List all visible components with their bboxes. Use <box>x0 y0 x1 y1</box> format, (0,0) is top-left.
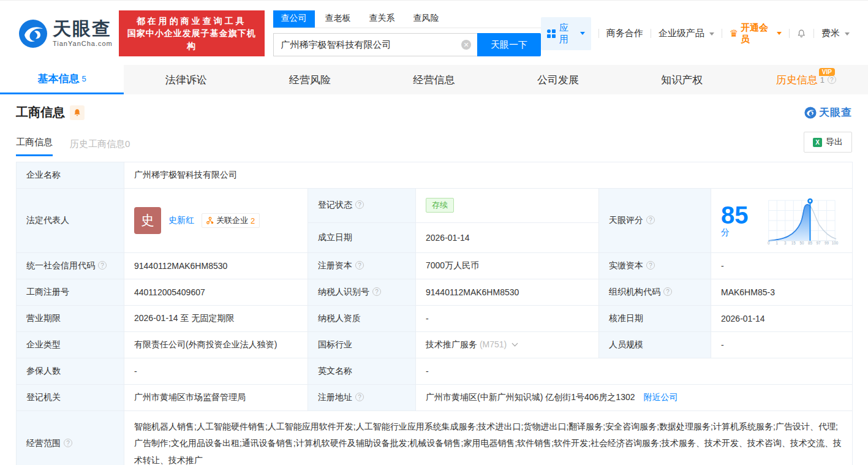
subtab-business-info[interactable]: 工商信息 <box>16 137 53 156</box>
subtab-history-business-info[interactable]: 历史工商信息0 <box>70 138 130 156</box>
apps-label: 应用 <box>559 22 574 45</box>
watermark-logo: 天眼查 <box>804 105 852 119</box>
brand-domain: TianYanCha.com <box>53 40 113 47</box>
main-content: 工商信息 天眼查 工商信息 历史工商信息0 X 导出 <box>0 104 868 465</box>
field-label: 纳税人资质 <box>308 306 416 332</box>
field-label-text: 注册地址 <box>318 392 352 402</box>
reg-address-cell: 广州市黄埔区(中新广州知识城) 亿创街1号406房之1302 附近公司 <box>416 385 853 411</box>
status-badge: 存续 <box>426 198 454 213</box>
search-tab-company[interactable]: 查公司 <box>273 10 315 28</box>
tab-operating-risk[interactable]: 经营风险 <box>248 65 372 94</box>
svg-text:85: 85 <box>808 241 812 245</box>
open-vip-button[interactable]: ♛ 开通会员 <box>730 22 782 45</box>
related-companies-label: 关联企业 <box>216 215 248 226</box>
reg-authority-value: 广州市黄埔区市场监督管理局 <box>124 385 308 411</box>
bell-icon <box>73 108 81 117</box>
field-label-text: 组织机构代码 <box>609 287 660 297</box>
tab-label: 公司发展 <box>537 73 579 87</box>
field-label: 参保人数 <box>17 358 124 385</box>
svg-text:3: 3 <box>784 241 787 245</box>
search-tab-risk[interactable]: 查风险 <box>406 10 447 28</box>
svg-text:100: 100 <box>832 241 839 245</box>
excel-icon: X <box>813 138 822 147</box>
promo-banner: 都在用的商业查询工具 国家中小企业发展子基金旗下机构 <box>119 10 265 56</box>
clear-search-icon[interactable]: ✕ <box>461 40 471 50</box>
top-navigation: 应用 商务合作 企业级产品 ♛ 开通会员 费米 <box>541 17 850 50</box>
svg-text:1: 1 <box>776 241 779 245</box>
user-menu[interactable]: 费米 <box>821 28 850 39</box>
tianyancha-logo[interactable]: 天眼查 TianYanCha.com <box>18 19 113 48</box>
table-row: 经营范围? 智能机器人销售;人工智能硬件销售;人工智能应用软件开发;人工智能行业… <box>17 411 853 465</box>
business-scope-value: 智能机器人销售;人工智能硬件销售;人工智能应用软件开发;人工智能行业应用系统集成… <box>124 411 853 465</box>
tab-basic-info[interactable]: 基本信息 5 <box>0 65 124 94</box>
establish-date-value: 2026-01-14 <box>416 222 599 252</box>
svg-text:97: 97 <box>817 241 821 245</box>
tab-label: 经营风险 <box>289 73 331 87</box>
search-input[interactable] <box>273 33 477 56</box>
score-value: 85 <box>721 202 749 229</box>
help-icon[interactable]: ? <box>355 261 364 270</box>
svg-text:50: 50 <box>800 241 804 245</box>
help-icon[interactable]: ? <box>372 287 381 296</box>
help-icon[interactable]: ? <box>355 393 364 401</box>
credit-code-value: 91440112MAK6HM8530 <box>124 253 308 279</box>
avatar[interactable]: 史 <box>134 207 161 234</box>
svg-text:0: 0 <box>768 241 770 245</box>
help-icon[interactable]: ? <box>355 200 364 209</box>
search-tab-relation[interactable]: 查关系 <box>361 10 403 28</box>
table-row: 登记机关 广州市黄埔区市场监督管理局 注册地址? 广州市黄埔区(中新广州知识城)… <box>17 385 853 411</box>
search-tab-boss[interactable]: 查老板 <box>317 10 359 28</box>
help-icon[interactable]: ? <box>828 75 836 84</box>
help-icon[interactable]: ? <box>663 287 672 296</box>
approval-date-value: 2026-01-14 <box>711 306 853 332</box>
table-row: 企业类型 有限责任公司(外商投资企业法人独资) 国标行业 技术推广服务 (M75… <box>17 332 853 358</box>
table-row: 法定代表人 史 史新红 关联企业 2 <box>17 189 853 223</box>
field-label-text: 天眼评分 <box>609 215 643 225</box>
chevron-down-icon <box>580 32 585 35</box>
company-name-value: 广州稀宇极智科技有限公司 <box>124 162 853 189</box>
search-button[interactable]: 天眼一下 <box>477 33 541 56</box>
table-row: 统一社会信用代码? 91440112MAK6HM8530 注册资本? 7000万… <box>17 253 853 279</box>
tab-history-info[interactable]: VIP 历史信息 1 ? <box>744 65 868 94</box>
nav-cooperation[interactable]: 商务合作 <box>606 28 643 39</box>
brand-name: 天眼查 <box>53 20 113 38</box>
field-label: 实缴资本? <box>599 253 711 279</box>
divider <box>598 29 599 38</box>
tab-label: 知识产权 <box>661 73 703 87</box>
tab-label: 法律诉讼 <box>165 73 207 87</box>
help-icon[interactable]: ? <box>646 261 655 270</box>
legal-rep-link[interactable]: 史新红 <box>168 215 194 226</box>
tab-operating-info[interactable]: 经营信息 <box>372 65 496 94</box>
tab-legal-proceedings[interactable]: 法律诉讼 <box>124 65 247 94</box>
chevron-down-icon[interactable] <box>512 341 518 347</box>
monitor-bell-button[interactable] <box>70 105 85 120</box>
score-cell[interactable]: 85 分 <box>711 189 853 253</box>
apps-menu[interactable]: 应用 <box>541 17 591 50</box>
help-icon[interactable]: ? <box>64 439 72 447</box>
divider <box>651 29 651 38</box>
tab-intellectual-property[interactable]: 知识产权 <box>620 65 744 94</box>
industry-value[interactable]: 技术推广服务 (M751) <box>416 332 599 358</box>
taxpayer-id-value: 91440112MAK6HM8530 <box>416 279 599 306</box>
field-label: 成立日期 <box>308 222 416 252</box>
table-row: 企业名称 广州稀宇极智科技有限公司 <box>17 162 853 189</box>
svg-text:15: 15 <box>791 241 796 245</box>
tab-count: 1 <box>820 75 825 85</box>
tab-company-development[interactable]: 公司发展 <box>496 65 620 94</box>
field-label-text: 统一社会信用代码 <box>26 260 95 270</box>
chevron-down-icon <box>845 32 850 36</box>
tab-label: 经营信息 <box>413 73 455 87</box>
field-label: 法定代表人 <box>17 189 124 253</box>
field-label: 国标行业 <box>308 332 416 358</box>
nav-enterprise[interactable]: 企业级产品 <box>659 28 714 39</box>
related-companies-badge[interactable]: 关联企业 2 <box>202 213 260 228</box>
export-button[interactable]: X 导出 <box>804 132 852 153</box>
help-icon[interactable]: ? <box>646 216 655 224</box>
field-label: 经营范围? <box>17 411 124 465</box>
nearby-companies-link[interactable]: 附近公司 <box>643 392 677 402</box>
help-icon[interactable]: ? <box>98 261 107 270</box>
chevron-down-icon <box>777 32 782 35</box>
notification-bell-icon[interactable] <box>797 29 806 39</box>
header: 天眼查 TianYanCha.com 都在用的商业查询工具 国家中小企业发展子基… <box>0 0 868 65</box>
reg-status-cell: 存续 <box>416 189 599 223</box>
